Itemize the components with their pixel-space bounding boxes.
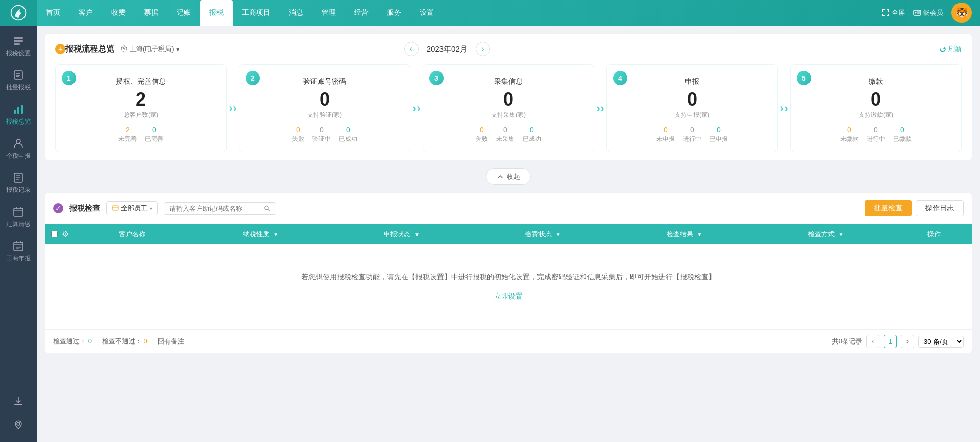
nav-item-设置[interactable]: 设置 bbox=[410, 0, 443, 26]
current-page: 1 bbox=[884, 335, 897, 348]
top-nav-right: 全屏 畅会员 🐯 bbox=[881, 3, 980, 23]
sidebar-item-tax-settings[interactable]: 报税设置 bbox=[1, 30, 36, 63]
customer-search-wrapper bbox=[164, 202, 276, 215]
download-icon bbox=[12, 395, 24, 407]
customer-search-input[interactable] bbox=[169, 205, 261, 212]
nav-item-报税[interactable]: 报税 bbox=[200, 0, 233, 26]
next-page-button[interactable]: › bbox=[901, 335, 914, 348]
sidebar-item-label: 报税记录 bbox=[6, 186, 31, 194]
table-body: 若您想使用报税检查功能，请先在【报税设置】中进行报税的初始化设置，完成密码验证和… bbox=[45, 244, 972, 329]
current-month: 2023年02月 bbox=[427, 44, 468, 54]
th-payment-status[interactable]: 缴费状态 ▼ bbox=[473, 224, 614, 244]
step-title-3: 申报 bbox=[685, 77, 699, 86]
nav-item-经营[interactable]: 经营 bbox=[345, 0, 378, 26]
svg-rect-33 bbox=[14, 242, 23, 251]
svg-rect-14 bbox=[14, 37, 23, 39]
nav-item-票据[interactable]: 票据 bbox=[135, 0, 167, 26]
search-icon[interactable] bbox=[264, 205, 271, 212]
step-count-1: 0 bbox=[320, 90, 330, 109]
svg-rect-15 bbox=[14, 40, 23, 42]
sidebar-item-batch-tax[interactable]: 批量报税 bbox=[1, 64, 36, 97]
sidebar-item-annual-settle[interactable]: 汇算清缴 bbox=[1, 201, 36, 234]
step-number-0: 1 bbox=[62, 71, 76, 85]
process-step-2: 3采集信息0支持采集(家)0失败0未采集0已成功 bbox=[423, 64, 594, 152]
refresh-label: 刷新 bbox=[948, 44, 962, 54]
step-stats-2: 0失败0未采集0已成功 bbox=[476, 126, 541, 143]
svg-rect-6 bbox=[882, 14, 883, 16]
mascot-avatar[interactable]: 🐯 bbox=[951, 3, 972, 23]
main-menu: 首页客户收费票据记账报税工商项目消息管理经营服务设置 bbox=[37, 0, 881, 26]
stat-item: 0失败 bbox=[476, 126, 488, 143]
tax-check-table: ⚙ 客户名称 纳税性质 ▼ 申报状态 ▼ 缴费状态 ▼ 检查结果 ▼ 检查方式 … bbox=[45, 224, 972, 329]
pagination: 共0条记录 ‹ 1 › 30 条/页 50 条/页 100 条/页 bbox=[832, 335, 964, 348]
step-count-2: 0 bbox=[503, 90, 513, 109]
nav-item-服务[interactable]: 服务 bbox=[378, 0, 410, 26]
sidebar-item-annual-report[interactable]: 工商年报 bbox=[1, 235, 36, 268]
step-subtitle-4: 支持缴款(家) bbox=[859, 111, 893, 119]
batch-tax-icon bbox=[12, 69, 24, 81]
nav-item-管理[interactable]: 管理 bbox=[312, 0, 345, 26]
column-settings-icon[interactable]: ⚙ bbox=[62, 229, 69, 239]
personal-tax-icon bbox=[12, 137, 24, 150]
select-all-checkbox[interactable] bbox=[51, 231, 58, 237]
nav-item-首页[interactable]: 首页 bbox=[37, 0, 69, 26]
table-footer: 检查通过： 0 检查不通过： 0 囧有备注 共0条记录 ‹ 1 › 30 条/页… bbox=[45, 329, 972, 353]
step-subtitle-3: 支持申报(家) bbox=[675, 111, 709, 119]
stat-item: 0失败 bbox=[292, 126, 304, 143]
operation-log-button[interactable]: 操作日志 bbox=[916, 200, 964, 216]
step-count-0: 2 bbox=[136, 90, 146, 109]
step-arrow-3: ›› bbox=[594, 64, 606, 152]
nav-item-客户[interactable]: 客户 bbox=[69, 0, 102, 26]
membership-label: 畅会员 bbox=[923, 8, 943, 17]
nav-item-消息[interactable]: 消息 bbox=[280, 0, 312, 26]
sidebar-item-personal-tax[interactable]: 个税申报 bbox=[1, 132, 36, 165]
table-header: ⚙ 客户名称 纳税性质 ▼ 申报状态 ▼ 缴费状态 ▼ 检查结果 ▼ 检查方式 … bbox=[45, 224, 972, 244]
stat-item: 0已成功 bbox=[523, 126, 541, 143]
prev-month-button[interactable]: ‹ bbox=[404, 42, 419, 56]
per-page-select[interactable]: 30 条/页 50 条/页 100 条/页 bbox=[918, 336, 964, 348]
nav-item-收费[interactable]: 收费 bbox=[102, 0, 135, 26]
th-check-method[interactable]: 检查方式 ▼ bbox=[755, 224, 896, 244]
process-overview-card: + 报税流程总览 上海(电子税局) ▾ ‹ 2023年02月 › 刷新 bbox=[45, 34, 972, 160]
app-logo[interactable] bbox=[0, 0, 37, 26]
next-month-button[interactable]: › bbox=[476, 42, 490, 56]
sidebar-item-tax-overview[interactable]: 报税总览 bbox=[1, 98, 36, 131]
step-stats-4: 0未缴款0进行中0已缴款 bbox=[840, 126, 912, 143]
total-records: 共0条记录 bbox=[832, 337, 862, 346]
svg-line-45 bbox=[268, 209, 270, 211]
th-actions: 操作 bbox=[896, 224, 972, 244]
svg-rect-39 bbox=[14, 404, 22, 405]
sidebar-bottom bbox=[1, 390, 36, 442]
stat-item: 0未采集 bbox=[496, 126, 514, 143]
th-check-result[interactable]: 检查结果 ▼ bbox=[614, 224, 755, 244]
employee-filter-selector[interactable]: 全部员工 ▾ bbox=[106, 201, 158, 215]
annual-report-icon bbox=[12, 240, 24, 252]
stat-item: 0已完善 bbox=[145, 126, 163, 143]
membership-button[interactable]: 畅会员 bbox=[913, 8, 943, 17]
stat-item: 0未缴款 bbox=[840, 126, 859, 143]
sidebar-item-location[interactable] bbox=[1, 413, 36, 436]
svg-point-40 bbox=[17, 422, 20, 425]
stat-item: 0验证中 bbox=[312, 126, 331, 143]
step-arrow-2: ›› bbox=[410, 64, 423, 152]
main-layout: 报税设置 批量报税 报税总览 个税申报 报税记录 bbox=[0, 26, 980, 442]
batch-check-button[interactable]: 批量检查 bbox=[865, 200, 912, 216]
svg-rect-29 bbox=[14, 208, 23, 216]
th-tax-nature[interactable]: 纳税性质 ▼ bbox=[190, 224, 331, 244]
fullscreen-button[interactable]: 全屏 bbox=[881, 8, 905, 17]
nav-item-记账[interactable]: 记账 bbox=[167, 0, 200, 26]
month-navigation: ‹ 2023年02月 › bbox=[404, 42, 490, 56]
location-tag[interactable]: 上海(电子税局) ▾ bbox=[120, 44, 180, 54]
sidebar-item-tax-records[interactable]: 报税记录 bbox=[1, 166, 36, 200]
collapse-button[interactable]: 收起 bbox=[486, 168, 531, 185]
refresh-button[interactable]: 刷新 bbox=[939, 44, 962, 54]
step-subtitle-2: 支持采集(家) bbox=[491, 111, 526, 119]
svg-rect-8 bbox=[888, 14, 889, 16]
setup-link[interactable]: 立即设置 bbox=[494, 292, 523, 300]
prev-page-button[interactable]: ‹ bbox=[866, 335, 879, 348]
note-label: 囧有备注 bbox=[158, 337, 184, 346]
sidebar-item-download[interactable] bbox=[1, 390, 36, 412]
nav-item-工商项目[interactable]: 工商项目 bbox=[233, 0, 280, 26]
th-declaration-status[interactable]: 申报状态 ▼ bbox=[331, 224, 473, 244]
sidebar-item-label: 批量报税 bbox=[6, 83, 31, 92]
